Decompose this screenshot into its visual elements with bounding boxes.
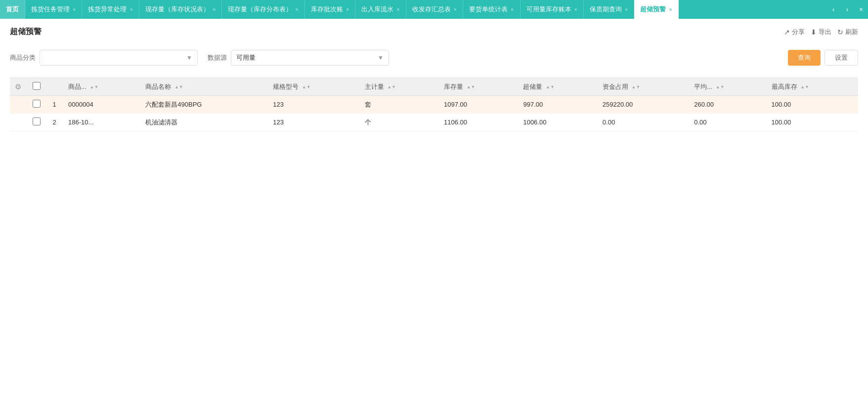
refresh-icon: ↻ [837, 28, 843, 36]
row2-num: 2 [45, 114, 63, 131]
close-available-account-icon[interactable]: × [574, 6, 577, 12]
close-batch-account-icon[interactable]: × [346, 6, 349, 12]
close-order-stats-icon[interactable]: × [511, 6, 514, 12]
sort-capital-icon: ▲▼ [631, 85, 640, 89]
col-spec[interactable]: 规格型号 ▲▼ [268, 78, 359, 96]
category-select-arrow-icon: ▼ [186, 54, 192, 61]
row2-product-code: 186-10... [63, 114, 140, 131]
page-container: 超储预警 ↗ 分享 ⬇ 导出 ↻ 刷新 商品分类 ▼ 数据源 [0, 19, 868, 395]
header-actions: ↗ 分享 ⬇ 导出 ↻ 刷新 [784, 28, 858, 37]
col-gear: ⚙ [10, 78, 28, 96]
export-icon: ⬇ [811, 28, 817, 36]
col-product-name[interactable]: 商品名称 ▲▼ [140, 78, 268, 96]
page-header: 超储预警 ↗ 分享 ⬇ 导出 ↻ 刷新 [10, 27, 858, 37]
nav-collect-send[interactable]: 收发存汇总表 × [406, 0, 463, 19]
category-filter: 商品分类 ▼ [10, 50, 198, 66]
share-icon: ↗ [784, 28, 790, 36]
sort-product-name-icon: ▲▼ [174, 85, 183, 89]
row2-spec: 123 [268, 114, 359, 131]
row2-capital: 0.00 [598, 114, 689, 131]
datasource-select[interactable]: 可用量 ▼ [231, 50, 389, 66]
col-unit[interactable]: 主计量 ▲▼ [360, 78, 439, 96]
col-stock[interactable]: 库存量 ▲▼ [439, 78, 518, 96]
close-collect-send-icon[interactable]: × [454, 6, 457, 12]
sort-overstock-icon: ▲▼ [546, 85, 555, 89]
row2-unit: 个 [360, 114, 439, 131]
datasource-label: 数据源 [208, 53, 227, 62]
sort-avg-icon: ▲▼ [716, 85, 725, 89]
col-max-stock[interactable]: 最高库存 ▲▼ [767, 78, 858, 96]
sort-max-stock-icon: ▲▼ [800, 85, 809, 89]
table-gear-icon[interactable]: ⚙ [15, 82, 21, 91]
nav-overstock-warning[interactable]: 超储预警 × [634, 0, 678, 19]
settings-button[interactable]: 设置 [825, 50, 858, 66]
row1-product-name: 六配套新昌490BPG [140, 96, 268, 114]
row2-product-name: 机油滤清器 [140, 114, 268, 131]
table-header: ⚙ 商品... ▲▼ 商品名称 ▲▼ 规格型号 ▲▼ [10, 78, 858, 96]
row2-avg: 0.00 [689, 114, 766, 131]
row1-max-stock: 100.00 [767, 96, 858, 114]
row1-stock: 1097.00 [439, 96, 518, 114]
nav-quality-check[interactable]: 保质期查询 × [584, 0, 634, 19]
row1-product-code: 0000004 [63, 96, 140, 114]
row1-checkbox-cell [28, 96, 45, 114]
nav-order-stats[interactable]: 要货单统计表 × [463, 0, 520, 19]
data-table: ⚙ 商品... ▲▼ 商品名称 ▲▼ 规格型号 ▲▼ [10, 78, 858, 131]
nav-task-mgmt[interactable]: 拣货任务管理 × [25, 0, 82, 19]
nav-more-button[interactable]: × [854, 0, 868, 19]
nav-batch-account[interactable]: 库存批次账 × [305, 0, 355, 19]
datasource-select-arrow-icon: ▼ [378, 54, 384, 61]
nav-available-account[interactable]: 可用量库存账本 × [521, 0, 584, 19]
export-button[interactable]: ⬇ 导出 [811, 28, 831, 37]
close-abnormal-icon[interactable]: × [130, 6, 132, 12]
nav-home[interactable]: 首页 [0, 0, 25, 19]
share-button[interactable]: ↗ 分享 [784, 28, 805, 37]
page-title: 超储预警 [10, 27, 42, 37]
datasource-select-value: 可用量 [236, 53, 256, 62]
close-stock-status-icon[interactable]: × [213, 6, 216, 12]
col-overstock[interactable]: 超储量 ▲▼ [518, 78, 597, 96]
nav-abnormal[interactable]: 拣货异常处理 × [82, 0, 139, 19]
row1-spec: 123 [268, 96, 359, 114]
col-capital[interactable]: 资金占用 ▲▼ [598, 78, 689, 96]
nav-stock-dist[interactable]: 现存量（库存分布表） × [222, 0, 304, 19]
table-body: 1 0000004 六配套新昌490BPG 123 套 1097.00 997.… [10, 96, 858, 131]
row1-capital: 259220.00 [598, 96, 689, 114]
row1-avg: 260.00 [689, 96, 766, 114]
nav-next-button[interactable]: › [840, 0, 854, 19]
col-avg[interactable]: 平均... ▲▼ [689, 78, 766, 96]
close-quality-check-icon[interactable]: × [625, 6, 628, 12]
row1-num: 1 [45, 96, 63, 114]
refresh-button[interactable]: ↻ 刷新 [837, 28, 858, 37]
row1-gear-cell [10, 96, 28, 114]
row2-overstock: 1006.00 [518, 114, 597, 131]
col-product-code[interactable]: 商品... ▲▼ [63, 78, 140, 96]
filter-actions: 查询 设置 [788, 50, 858, 66]
close-overstock-warning-icon[interactable]: × [669, 6, 672, 12]
sort-product-code-icon: ▲▼ [89, 85, 98, 89]
category-select[interactable]: ▼ [40, 50, 198, 66]
sort-stock-icon: ▲▼ [467, 85, 476, 89]
table-row: 2 186-10... 机油滤清器 123 个 1106.00 1006.00 … [10, 114, 858, 131]
sort-spec-icon: ▲▼ [302, 85, 311, 89]
col-checkbox [28, 78, 45, 96]
row1-unit: 套 [360, 96, 439, 114]
close-stock-dist-icon[interactable]: × [295, 6, 298, 12]
select-all-checkbox[interactable] [33, 82, 41, 90]
nav-prev-button[interactable]: ‹ [826, 0, 840, 19]
close-flow-icon[interactable]: × [396, 6, 399, 12]
filter-area: 商品分类 ▼ 数据源 可用量 ▼ 查询 设置 [10, 45, 858, 71]
query-button[interactable]: 查询 [788, 50, 821, 66]
row2-max-stock: 100.00 [767, 114, 858, 131]
close-task-mgmt-icon[interactable]: × [73, 6, 76, 12]
nav-stock-status[interactable]: 现存量（库存状况表） × [139, 0, 222, 19]
category-label: 商品分类 [10, 53, 36, 62]
row2-gear-cell [10, 114, 28, 131]
col-row-num [45, 78, 63, 96]
row2-checkbox[interactable] [33, 118, 41, 125]
table-row: 1 0000004 六配套新昌490BPG 123 套 1097.00 997.… [10, 96, 858, 114]
row1-checkbox[interactable] [33, 100, 41, 108]
row1-overstock: 997.00 [518, 96, 597, 114]
nav-flow[interactable]: 出入库流水 × [355, 0, 406, 19]
datasource-filter: 数据源 可用量 ▼ [208, 50, 389, 66]
